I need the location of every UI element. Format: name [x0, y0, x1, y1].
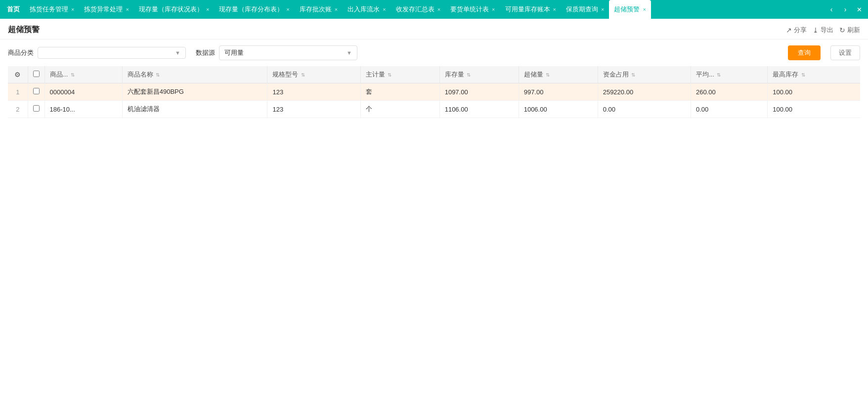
nav-close-abnormal[interactable]: × [126, 6, 129, 12]
nav-item-collect[interactable]: 收发存汇总表× [391, 0, 445, 19]
col-avg[interactable]: 平均... ⇅ [691, 66, 767, 83]
col-code-sort: ⇅ [71, 72, 75, 78]
nav-label-stock-status: 现存量（库存状况表） [139, 5, 203, 14]
nav-close-inout[interactable]: × [383, 6, 386, 12]
col-capital-label: 资金占用 [603, 71, 629, 78]
col-spec-label: 规格型号 [272, 71, 298, 78]
row-maxstock: 100.00 [768, 83, 860, 101]
category-label: 商品分类 [8, 48, 34, 57]
row-stock: 1106.00 [439, 101, 519, 118]
row-unit: 套 [360, 83, 439, 101]
col-gear: ⚙ [8, 66, 28, 83]
col-name-label: 商品名称 [128, 71, 153, 78]
export-icon: ⤓ [813, 26, 819, 34]
nav-arrow-right[interactable]: › [838, 0, 852, 19]
row-over: 1006.00 [519, 101, 598, 118]
nav-label-stock-dist: 现存量（库存分布表） [219, 5, 283, 14]
nav-item-overstock[interactable]: 超储预警× [609, 0, 651, 19]
nav-arrow-left[interactable]: ‹ [825, 0, 838, 19]
nav-item-order-stat[interactable]: 要货单统计表× [445, 0, 500, 19]
table-row: 1 0000004 六配套新昌490BPG 123 套 1097.00 997.… [8, 83, 860, 101]
row-spec: 123 [267, 101, 360, 118]
row-checkbox[interactable] [33, 88, 40, 94]
share-button[interactable]: ↗ 分享 [786, 26, 807, 35]
row-spec: 123 [267, 83, 360, 101]
col-name-sort: ⇅ [156, 72, 160, 78]
nav-item-home[interactable]: 首页 [2, 0, 25, 19]
col-unit[interactable]: 主计量 ⇅ [360, 66, 439, 83]
datasource-label: 数据源 [196, 48, 215, 57]
data-table: ⚙ 商品... ⇅ 商品名称 ⇅ 规格型号 ⇅ [8, 66, 860, 118]
category-select[interactable]: ▼ [38, 47, 186, 59]
gear-icon[interactable]: ⚙ [14, 71, 21, 79]
col-name[interactable]: 商品名称 ⇅ [122, 66, 267, 83]
nav-item-abnormal[interactable]: 拣货异常处理× [79, 0, 133, 19]
col-over[interactable]: 超储量 ⇅ [519, 66, 598, 83]
row-code: 186-10... [44, 101, 122, 118]
nav-close-quality[interactable]: × [601, 6, 604, 12]
col-unit-label: 主计量 [366, 71, 385, 78]
col-code[interactable]: 商品... ⇅ [44, 66, 122, 83]
col-over-sort: ⇅ [546, 72, 550, 78]
row-checkbox[interactable] [33, 105, 40, 112]
col-avg-label: 平均... [696, 71, 714, 78]
row-checkbox-cell [28, 83, 44, 101]
datasource-select[interactable]: 可用量 ▼ [219, 45, 357, 60]
col-capital-sort: ⇅ [631, 72, 635, 78]
row-unit: 个 [360, 101, 439, 118]
export-button[interactable]: ⤓ 导出 [813, 26, 833, 35]
table-body: 1 0000004 六配套新昌490BPG 123 套 1097.00 997.… [8, 83, 860, 118]
nav-label-order-stat: 要货单统计表 [450, 5, 489, 14]
nav-close-order-stat[interactable]: × [492, 6, 495, 12]
nav-close-collect[interactable]: × [437, 6, 440, 12]
nav-label-collect: 收发存汇总表 [396, 5, 434, 14]
row-num: 2 [8, 101, 28, 118]
nav-close-stock-dist[interactable]: × [286, 6, 289, 12]
nav-label-home: 首页 [7, 5, 20, 14]
nav-label-inout: 出入库流水 [347, 5, 380, 14]
col-spec-sort: ⇅ [301, 72, 305, 78]
nav-label-overstock: 超储预警 [614, 5, 640, 14]
page-title: 超储预警 [8, 25, 40, 35]
settings-button[interactable]: 设置 [830, 45, 860, 60]
query-button[interactable]: 查询 [788, 45, 821, 60]
nav-item-avail-stock[interactable]: 可用量库存账本× [500, 0, 561, 19]
nav-item-quality[interactable]: 保质期查询× [561, 0, 609, 19]
refresh-button[interactable]: ↻ 刷新 [839, 26, 860, 35]
nav-bar: 首页拣货任务管理×拣货异常处理×现存量（库存状况表）×现存量（库存分布表）×库存… [0, 0, 868, 19]
table-container: ⚙ 商品... ⇅ 商品名称 ⇅ 规格型号 ⇅ [0, 66, 868, 118]
col-stock[interactable]: 库存量 ⇅ [439, 66, 519, 83]
nav-close-task-mgmt[interactable]: × [71, 6, 74, 12]
row-capital: 259220.00 [598, 83, 691, 101]
col-capital[interactable]: 资金占用 ⇅ [598, 66, 691, 83]
nav-label-task-mgmt: 拣货任务管理 [30, 5, 68, 14]
nav-close-overstock[interactable]: × [643, 6, 646, 12]
nav-item-task-mgmt[interactable]: 拣货任务管理× [25, 0, 79, 19]
nav-item-stock-dist[interactable]: 现存量（库存分布表）× [214, 0, 294, 19]
col-over-label: 超储量 [524, 71, 543, 78]
nav-item-stock-status[interactable]: 现存量（库存状况表）× [134, 0, 214, 19]
col-maxstock[interactable]: 最高库存 ⇅ [768, 66, 860, 83]
nav-close-avail-stock[interactable]: × [553, 6, 556, 12]
col-code-label: 商品... [50, 71, 68, 78]
datasource-filter: 数据源 可用量 ▼ [196, 45, 357, 60]
col-spec[interactable]: 规格型号 ⇅ [267, 66, 360, 83]
col-check [28, 66, 44, 83]
row-name: 机油滤清器 [122, 101, 267, 118]
filter-row: 商品分类 ▼ 数据源 可用量 ▼ 查询 设置 [0, 40, 868, 66]
nav-close-batch[interactable]: × [335, 6, 338, 12]
col-stock-sort: ⇅ [467, 72, 471, 78]
nav-item-inout[interactable]: 出入库流水× [343, 0, 391, 19]
row-maxstock: 100.00 [768, 101, 860, 118]
page-container: 超储预警 ↗ 分享 ⤓ 导出 ↻ 刷新 商品分类 ▼ 数据源 [0, 19, 868, 395]
row-checkbox-cell [28, 101, 44, 118]
row-stock: 1097.00 [439, 83, 519, 101]
row-over: 997.00 [519, 83, 598, 101]
nav-item-batch[interactable]: 库存批次账× [295, 0, 343, 19]
col-maxstock-label: 最高库存 [773, 71, 798, 78]
refresh-icon: ↻ [839, 26, 845, 34]
select-all-checkbox[interactable] [33, 71, 40, 77]
nav-arrow-close[interactable]: ✕ [852, 0, 866, 19]
col-avg-sort: ⇅ [717, 72, 721, 78]
nav-close-stock-status[interactable]: × [206, 6, 209, 12]
